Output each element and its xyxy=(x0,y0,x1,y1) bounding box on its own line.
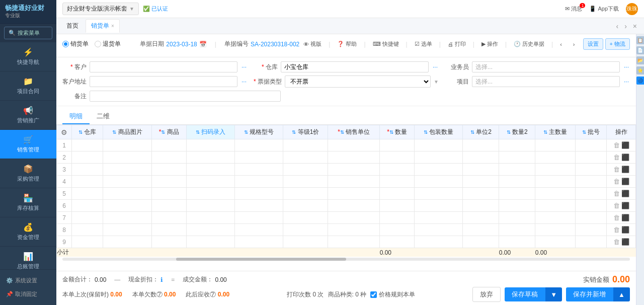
row-unit2-9[interactable] xyxy=(463,236,499,248)
row-delete-button-2[interactable]: 🗑 xyxy=(613,154,620,161)
row-delete-button-5[interactable]: 🗑 xyxy=(613,190,620,197)
right-panel-icon-4[interactable]: ⭐ xyxy=(636,66,645,74)
radio-sales[interactable]: 销货单 xyxy=(62,40,89,48)
print-button[interactable]: 🖨 打印 xyxy=(444,39,470,49)
row-qty-8[interactable] xyxy=(380,224,415,236)
row-main-qty-7[interactable] xyxy=(535,212,575,224)
row-copy-button-7[interactable]: ⬛ xyxy=(621,214,629,221)
col-sort-icon-3[interactable]: ⇅ xyxy=(161,129,165,135)
row-delete-button-9[interactable]: 🗑 xyxy=(613,238,620,246)
row-unit-8[interactable] xyxy=(328,224,380,236)
row-quick-entry-4[interactable] xyxy=(186,176,234,188)
row-pkg-qty-6[interactable] xyxy=(415,200,463,212)
sidebar-item-unpin[interactable]: 📌 取消固定 xyxy=(4,287,52,301)
row-warehouse-4[interactable] xyxy=(72,176,103,188)
toolbar-next-button[interactable]: › xyxy=(569,40,579,49)
warehouse-input[interactable] xyxy=(281,61,429,72)
row-warehouse-2[interactable] xyxy=(72,151,103,164)
row-qty-5[interactable] xyxy=(380,188,415,200)
tab-close-all-button[interactable]: × xyxy=(631,21,639,31)
row-price1-5[interactable] xyxy=(283,188,328,200)
row-unit-7[interactable] xyxy=(328,212,380,224)
row-pkg-qty-3[interactable] xyxy=(415,164,463,176)
row-unit-4[interactable] xyxy=(328,176,380,188)
toolbar-prev-button[interactable]: ‹ xyxy=(556,40,566,49)
shortcut-button[interactable]: ⌨ 快捷键 xyxy=(369,39,403,49)
calendar-icon[interactable]: 📅 xyxy=(199,41,207,48)
row-price1-4[interactable] xyxy=(283,176,328,188)
select-order-button[interactable]: ☑ 选单 xyxy=(411,39,436,49)
row-delete-button-6[interactable]: 🗑 xyxy=(613,202,620,209)
tab-home[interactable]: 首页 xyxy=(61,20,84,32)
row-price1-1[interactable] xyxy=(283,139,328,151)
row-warehouse-3[interactable] xyxy=(72,164,103,176)
row-warehouse-9[interactable] xyxy=(72,236,103,248)
save-draft-button[interactable]: 保存草稿 xyxy=(505,287,545,301)
row-pkg-qty-2[interactable] xyxy=(415,151,463,164)
row-copy-button-4[interactable]: ⬛ xyxy=(621,178,629,185)
row-warehouse-7[interactable] xyxy=(72,212,103,224)
col-sort-icon-4[interactable]: ⇅ xyxy=(196,129,200,135)
row-goods-3[interactable] xyxy=(151,164,186,176)
col-sort-icon-12[interactable]: ⇅ xyxy=(543,129,547,135)
row-spec-6[interactable] xyxy=(235,200,283,212)
tab-mingxi[interactable]: 明细 xyxy=(62,109,90,124)
row-pkg-qty-7[interactable] xyxy=(415,212,463,224)
row-batch-2[interactable] xyxy=(575,151,606,164)
row-main-qty-2[interactable] xyxy=(535,151,575,164)
abandon-button[interactable]: 放弃 xyxy=(472,287,501,302)
warehouse-dotdot[interactable]: ··· xyxy=(432,63,439,70)
search-menu-button[interactable]: 🔍 搜索菜单 xyxy=(4,27,52,39)
row-copy-button-5[interactable]: ⬛ xyxy=(621,190,629,197)
row-delete-button-4[interactable]: 🗑 xyxy=(613,178,620,185)
row-qty-4[interactable] xyxy=(380,176,415,188)
col-sort-icon[interactable]: ⇅ xyxy=(78,129,83,135)
price-check-label[interactable]: 价格规则本单 xyxy=(370,290,415,299)
row-qty2-9[interactable] xyxy=(499,236,535,248)
col-sort-icon-6[interactable]: ⇅ xyxy=(292,129,296,135)
row-batch-5[interactable] xyxy=(575,188,606,200)
salesperson-input[interactable] xyxy=(472,61,620,72)
row-pkg-qty-9[interactable] xyxy=(415,236,463,248)
row-pkg-qty-8[interactable] xyxy=(415,224,463,236)
row-unit-1[interactable] xyxy=(328,139,380,151)
row-copy-button-2[interactable]: ⬛ xyxy=(621,154,629,161)
add-logistics-button[interactable]: + 物流 xyxy=(605,38,630,50)
col-sort-icon-13[interactable]: ⇅ xyxy=(582,129,586,135)
col-sort-icon-7[interactable]: ⇅ xyxy=(340,129,344,135)
row-qty2-3[interactable] xyxy=(499,164,535,176)
radio-return[interactable]: 退货单 xyxy=(95,40,121,48)
save-and-new-button[interactable]: 保存并新增 xyxy=(566,287,613,301)
row-qty-1[interactable] xyxy=(380,139,415,151)
tab-prev-button[interactable]: ‹ xyxy=(614,21,620,31)
message-button[interactable]: ✉ 1 消息 xyxy=(565,5,582,13)
row-qty2-4[interactable] xyxy=(499,176,535,188)
row-pkg-qty-4[interactable] xyxy=(415,176,463,188)
col-sort-icon-10[interactable]: ⇅ xyxy=(470,129,474,135)
view-button[interactable]: 👁 视版 xyxy=(299,39,326,49)
col-sort-icon-2[interactable]: ⇅ xyxy=(112,129,116,135)
row-goods-6[interactable] xyxy=(151,200,186,212)
settings-button[interactable]: 设置 xyxy=(583,38,603,50)
row-unit-2[interactable] xyxy=(328,151,380,164)
row-batch-1[interactable] xyxy=(575,139,606,151)
row-spec-1[interactable] xyxy=(235,139,283,151)
company-selector[interactable]: 好业财专业版演示帐套 ▼ xyxy=(62,3,139,15)
row-qty-7[interactable] xyxy=(380,212,415,224)
right-panel-icon-3[interactable]: 📂 xyxy=(636,56,645,64)
row-warehouse-6[interactable] xyxy=(72,200,103,212)
sidebar-item-settings[interactable]: ⚙️ 系统设置 xyxy=(4,274,52,287)
row-main-qty-5[interactable] xyxy=(535,188,575,200)
remark-input[interactable] xyxy=(90,91,281,102)
right-panel-icon-5[interactable]: 🔵 xyxy=(636,77,645,85)
row-delete-button-7[interactable]: 🗑 xyxy=(613,214,620,221)
row-spec-5[interactable] xyxy=(235,188,283,200)
row-quick-entry-3[interactable] xyxy=(186,164,234,176)
row-spec-4[interactable] xyxy=(235,176,283,188)
tab-erwei[interactable]: 二维 xyxy=(90,109,117,124)
row-unit2-2[interactable] xyxy=(463,151,499,164)
discount-info-icon[interactable]: ℹ xyxy=(160,276,163,283)
col-sort-icon-8[interactable]: ⇅ xyxy=(389,129,393,135)
save-and-new-dropdown[interactable]: ▲ xyxy=(613,287,630,301)
history-button[interactable]: 🕐 历史单据 xyxy=(510,39,548,49)
